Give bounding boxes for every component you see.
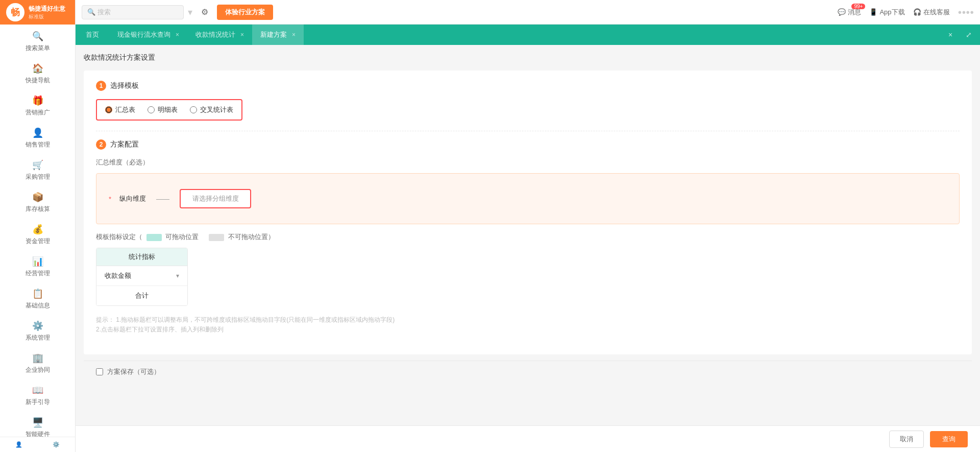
sidebar-nav: 🔍 搜索菜单 🏠 快捷导航 🎁 营销推广 👤 销售管理 🛒 采购管理 📦 库存核…: [0, 25, 75, 437]
sidebar-item-label: 系统管理: [26, 334, 50, 342]
radio-detail[interactable]: 明细表: [148, 105, 178, 114]
sidebar-item-label: 智能硬件: [26, 430, 50, 437]
sidebar-item-label: 新手引导: [26, 398, 50, 407]
metrics-cell-amount[interactable]: 收款金额 ▾: [96, 266, 187, 286]
sidebar-item-quicknav[interactable]: 🏠 快捷导航: [0, 57, 75, 89]
radio-detail-input[interactable]: [148, 106, 155, 113]
sidebar-item-sales[interactable]: 👤 销售管理: [0, 121, 75, 153]
service-label: 在线客服: [923, 8, 950, 17]
save-label: 方案保存（可选）: [107, 367, 160, 376]
divider-1: [96, 131, 960, 131]
sidebar-item-marketing[interactable]: 🎁 营销推广: [0, 89, 75, 121]
tab-bank[interactable]: 现金银行流水查询 ×: [109, 25, 187, 45]
chart-icon: 📊: [32, 256, 43, 267]
cancel-button[interactable]: 取消: [889, 431, 924, 448]
metrics-section-label: 模板指标设定（ 可拖动位置 不可拖动位置）: [96, 232, 960, 242]
sidebar-item-hardware[interactable]: 🖥️ 智能硬件: [0, 411, 75, 437]
sidebar-item-search[interactable]: 🔍 搜索菜单: [0, 25, 75, 57]
window-maximize-button[interactable]: ⤢: [962, 28, 976, 42]
tips-item-1: 提示： 1.拖动标题栏可以调整布局，不可跨维度或指标区域拖动目字段(只能在同一维…: [96, 316, 960, 324]
step1-section: 1 选择模板 汇总表 明细表 交叉统计表: [96, 81, 960, 121]
tabs-bar: 首页 现金银行流水查询 × 收款情况统计 × 新建方案 × × ⤢: [76, 25, 980, 45]
query-button[interactable]: 查询: [930, 431, 968, 447]
logo-text-block: 畅捷通好生意 标准版: [29, 5, 65, 20]
dimension-row-label: 纵向维度: [119, 194, 146, 203]
radio-summary[interactable]: 汇总表: [105, 105, 135, 114]
gear-button[interactable]: ⚙: [197, 4, 213, 20]
sidebar-item-guide[interactable]: 📖 新手引导: [0, 378, 75, 411]
window-close-button[interactable]: ×: [943, 28, 958, 42]
save-section: 方案保存（可选）: [84, 361, 972, 383]
user-info: ●●●●: [958, 8, 974, 16]
topbar: 🔍 搜索 ▾ ⚙ 体验行业方案 💬 消息 99+ 📱 App下载 🎧 在线客服 …: [76, 0, 980, 25]
sidebar-bottom-settings[interactable]: ⚙️: [53, 441, 60, 448]
building-icon: 🏢: [32, 352, 43, 364]
sidebar-item-operation[interactable]: 📊 经营管理: [0, 250, 75, 282]
tab-home[interactable]: 首页: [76, 25, 109, 45]
sidebar-item-label: 营销推广: [26, 108, 50, 117]
topbar-right: 💬 消息 99+ 📱 App下载 🎧 在线客服 ●●●●: [838, 8, 974, 17]
tab-new[interactable]: 新建方案 ×: [252, 25, 304, 45]
tips-section: 提示： 1.拖动标题栏可以调整布局，不可跨维度或指标区域拖动目字段(只能在同一维…: [96, 316, 960, 334]
monitor-icon: 🖥️: [32, 417, 43, 428]
sidebar-item-label: 采购管理: [26, 173, 50, 181]
dimension-select-button[interactable]: 请选择分组维度: [180, 189, 251, 208]
radio-summary-label: 汇总表: [115, 105, 135, 114]
dimension-arrow: ——: [156, 195, 169, 203]
save-checkbox[interactable]: [96, 368, 103, 375]
sidebar-item-enterprise[interactable]: 🏢 企业协同: [0, 346, 75, 378]
footer-bar: 取消 查询: [76, 425, 980, 452]
tab-receipt-close[interactable]: ×: [240, 31, 244, 38]
box-icon: 📦: [32, 192, 43, 203]
clipboard-icon: 📋: [32, 288, 43, 299]
logo-char: 畅: [11, 6, 20, 18]
tab-bank-close[interactable]: ×: [176, 31, 179, 38]
metrics-nodrag-label: 不可拖动位置）: [228, 233, 275, 241]
radio-detail-label: 明细表: [158, 105, 178, 114]
sidebar-item-label: 经营管理: [26, 269, 50, 278]
search-dropdown-icon[interactable]: ▾: [188, 7, 192, 18]
content-area: 收款情况统计方案设置 1 选择模板 汇总表 明细表: [76, 45, 980, 425]
cart-icon: 🛒: [32, 159, 43, 171]
step2-section: 2 方案配置 汇总维度（必选） * 纵向维度 —— 请选择分组维度 模板指标设定…: [96, 139, 960, 334]
sidebar-item-label: 库存核算: [26, 205, 50, 213]
radio-cross-input[interactable]: [190, 106, 197, 113]
search-icon: 🔍: [32, 31, 43, 42]
metrics-cell-amount-text: 收款金额: [105, 271, 131, 280]
sidebar-item-finance[interactable]: 💰 资金管理: [0, 218, 75, 250]
sidebar-item-basic[interactable]: 📋 基础信息: [0, 282, 75, 314]
trial-button[interactable]: 体验行业方案: [217, 5, 273, 20]
tab-home-label: 首页: [86, 30, 99, 39]
dimension-row: * 纵向维度 —— 请选择分组维度: [109, 189, 251, 208]
message-badge: 99+: [851, 4, 865, 9]
tips-item-2: 2.点击标题栏下拉可设置排序、插入列和删除列: [96, 325, 960, 334]
metrics-cell-dropdown-icon[interactable]: ▾: [176, 272, 179, 279]
online-service-button[interactable]: 🎧 在线客服: [913, 8, 950, 17]
gift-icon: 🎁: [32, 95, 43, 106]
metrics-drag-label: 可拖动位置: [165, 233, 199, 241]
nodrag-indicator: [209, 234, 224, 241]
tab-new-close[interactable]: ×: [292, 31, 296, 38]
sidebar-bottom: 👤 ⚙️: [0, 437, 75, 452]
step1-num: 1: [96, 81, 106, 91]
money-icon: 💰: [32, 224, 43, 235]
message-icon: 💬: [838, 8, 846, 16]
topbar-search[interactable]: 🔍 搜索: [82, 5, 184, 19]
dimension-area: * 纵向维度 —— 请选择分组维度: [96, 173, 960, 224]
sidebar-item-label: 基础信息: [26, 301, 50, 310]
sidebar-bottom-user[interactable]: 👤: [15, 441, 22, 448]
home-icon: 🏠: [32, 63, 43, 74]
download-label: App下载: [879, 8, 904, 17]
sidebar-item-purchase[interactable]: 🛒 采购管理: [0, 153, 75, 185]
tab-receipt[interactable]: 收款情况统计 ×: [187, 25, 252, 45]
sidebar-item-label: 快捷导航: [26, 76, 50, 85]
message-button[interactable]: 💬 消息 99+: [838, 8, 861, 17]
service-icon: 🎧: [913, 8, 921, 16]
radio-cross[interactable]: 交叉统计表: [190, 105, 233, 114]
sidebar-item-inventory[interactable]: 📦 库存核算: [0, 185, 75, 218]
sidebar-logo: 畅 畅捷通好生意 标准版: [0, 0, 75, 25]
sidebar-item-system[interactable]: ⚙️ 系统管理: [0, 314, 75, 346]
search-icon: 🔍: [87, 8, 95, 16]
radio-summary-input[interactable]: [105, 106, 112, 113]
app-download-button[interactable]: 📱 App下载: [869, 8, 904, 17]
